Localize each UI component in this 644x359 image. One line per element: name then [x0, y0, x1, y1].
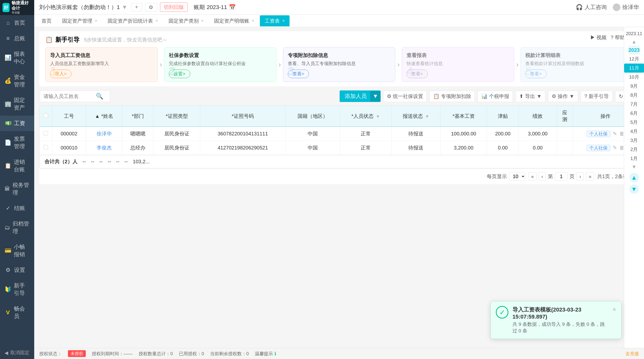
- tab-asset-category-close[interactable]: ×: [201, 19, 204, 23]
- add-employee-button[interactable]: 添加人员 ▼: [340, 90, 381, 102]
- row1-name[interactable]: 徐泽华: [86, 127, 122, 141]
- sidebar-item-ledger[interactable]: ≡ 总账: [0, 31, 34, 46]
- tab-fixed-assets[interactable]: 固定资产管理 ×: [57, 15, 102, 26]
- cal-month-3[interactable]: 3月: [624, 136, 644, 145]
- last-page-btn[interactable]: »: [586, 172, 594, 181]
- cal-month-5[interactable]: 5月: [624, 118, 644, 127]
- tab-depreciation-close[interactable]: ×: [155, 19, 158, 23]
- sidebar-item-invoice[interactable]: 📄 发票管理: [0, 131, 34, 154]
- user-profile[interactable]: 徐泽华: [613, 4, 639, 11]
- tab-home[interactable]: 首页: [37, 15, 56, 26]
- unfix-button[interactable]: ◀ 取消固定: [0, 346, 34, 359]
- sidebar-item-home[interactable]: ⌂ 首页: [0, 15, 34, 31]
- sidebar-item-vip[interactable]: V 畅会员: [0, 301, 34, 324]
- cal-down-btn[interactable]: ▼: [631, 163, 638, 171]
- tab-depreciation[interactable]: 固定资产折旧统计表 ×: [103, 15, 163, 26]
- operations-btn[interactable]: ⚙ 操作 ▼: [548, 91, 578, 102]
- cal-month-11[interactable]: 11月: [624, 64, 644, 73]
- cal-month-4[interactable]: 4月: [624, 127, 644, 136]
- row2-checkbox[interactable]: [39, 141, 52, 155]
- next-page-btn[interactable]: ›: [577, 172, 584, 181]
- cal-month-6[interactable]: 6月: [624, 109, 644, 118]
- col-base-salary: *基本工资: [440, 106, 487, 127]
- sidebar-item-fund[interactable]: 💰 资金管理: [0, 69, 34, 92]
- cal-down-year-btn[interactable]: ▼: [629, 184, 639, 194]
- tab-payroll-close[interactable]: ×: [282, 19, 285, 23]
- sidebar-item-assets[interactable]: 🏢 固定资产: [0, 92, 34, 116]
- sidebar-item-tax[interactable]: 🏛 税务管理: [0, 177, 34, 200]
- first-page-btn[interactable]: «: [528, 172, 537, 181]
- cal-month-12[interactable]: 12月: [624, 55, 644, 64]
- tab-asset-detail-close[interactable]: ×: [252, 19, 254, 23]
- per-page-select[interactable]: 10 20 50: [509, 172, 525, 181]
- cal-up-btn[interactable]: ▲: [631, 38, 638, 46]
- account-selector[interactable]: 刘小艳演示账套（勿删勿动！）1 ▼: [39, 4, 127, 11]
- row1-action-tag[interactable]: 个人社保: [587, 131, 610, 137]
- sidebar-item-expense[interactable]: 💳 小畅报销: [0, 239, 34, 262]
- cal-month-7[interactable]: 7月: [624, 100, 644, 109]
- deduction-btn[interactable]: 📋 专项附加扣除: [429, 91, 475, 102]
- cal-month-1[interactable]: 1月: [624, 154, 644, 163]
- search-input[interactable]: [44, 93, 94, 99]
- cal-month-2[interactable]: 2月: [624, 145, 644, 154]
- cal-month-10[interactable]: 10月: [624, 73, 644, 82]
- beginner-guide-btn[interactable]: ? 新手引导: [581, 91, 613, 102]
- export-icon: ⬆: [519, 93, 524, 99]
- sidebar-item-settings[interactable]: ⚙ 设置: [0, 262, 34, 278]
- tab-asset-detail-label: 固定资产明细账: [214, 18, 249, 24]
- sidebar-item-payroll[interactable]: 💵 工资: [0, 116, 34, 131]
- row2-edit-icon[interactable]: ✎: [613, 145, 617, 150]
- name-link-1[interactable]: 徐泽华: [97, 131, 112, 136]
- guide-video-area: ▶ 视频 ? 帮助: [590, 34, 625, 41]
- row2-report-status: 待报送: [391, 141, 440, 155]
- ai-consult-btn[interactable]: 🎧 人工咨询: [576, 4, 607, 11]
- row2-action-tag[interactable]: 个人社保: [587, 145, 610, 151]
- period-selector[interactable]: 账期 2023-11 📅: [194, 4, 236, 11]
- name-link-2[interactable]: 李俊杰: [97, 145, 112, 150]
- sidebar-item-guide[interactable]: 🔰 新手引导: [0, 278, 34, 301]
- sidebar-item-reports[interactable]: 📊 报表中心: [0, 46, 34, 69]
- checkbox-2[interactable]: [44, 145, 48, 149]
- step-5-num: 5: [525, 64, 532, 78]
- social-insurance-btn[interactable]: ⚙ 统一社保设置: [383, 91, 427, 102]
- add-account-button[interactable]: +: [131, 3, 142, 11]
- tab-asset-category[interactable]: 固定资产类别 ×: [164, 15, 208, 26]
- settings-button[interactable]: ⚙: [145, 3, 157, 12]
- export-label: 导出: [525, 93, 535, 100]
- version-switch-button[interactable]: 切到旧版: [160, 3, 188, 12]
- add-dropdown-icon[interactable]: ▼: [370, 91, 381, 101]
- cal-month-9[interactable]: 9月: [624, 82, 644, 91]
- expire-label: 授权到期时间：——: [92, 351, 133, 357]
- export-dropdown-icon: ▼: [537, 93, 542, 99]
- guide-arrow-4: ›: [514, 47, 520, 82]
- row2-name[interactable]: 李俊杰: [86, 141, 122, 155]
- tax-report-btn[interactable]: 📊 个税申报: [477, 91, 513, 102]
- status-filter-icon[interactable]: ▼: [376, 114, 380, 119]
- cal-year-header: 2023.11: [626, 30, 642, 38]
- search-box[interactable]: 🔍: [40, 90, 110, 102]
- sidebar: 好 畅捷通好会计 专业版 ⌂ 首页 ≡ 总账 📊 报表中心 💰 资金管理 🏢 固…: [0, 0, 34, 359]
- recharge-link[interactable]: 去充值: [625, 351, 639, 357]
- cal-month-8[interactable]: 8月: [624, 91, 644, 100]
- notif-title: 导入工资表模板(2023-03-23 15:07:59.897): [512, 306, 609, 320]
- table-footer: 合计共（2）人 -- -- -- -- -- -- 103,2...: [39, 155, 639, 168]
- cal-months: 2023 12月 11月 10月 9月 8月 7月 6月 5月 4月 3月 2月…: [624, 46, 644, 163]
- row1-edit-icon[interactable]: ✎: [613, 131, 617, 136]
- sidebar-item-archive[interactable]: 🗂 归档管理: [0, 216, 34, 239]
- cal-up-year-btn[interactable]: ▲: [629, 173, 639, 182]
- sidebar-item-purchase[interactable]: 📋 进销台账: [0, 154, 34, 177]
- tab-payroll[interactable]: 工资表 ×: [260, 15, 289, 26]
- video-link[interactable]: ▶ 视频: [590, 34, 607, 41]
- select-all-checkbox[interactable]: [44, 113, 48, 118]
- prev-page-btn[interactable]: ‹: [539, 172, 546, 181]
- sidebar-item-close[interactable]: ✓ 结账: [0, 200, 34, 216]
- tab-asset-detail[interactable]: 固定资产明细账 ×: [209, 15, 259, 26]
- export-btn[interactable]: ⬆ 导出 ▼: [515, 91, 545, 102]
- checkbox-1[interactable]: [44, 131, 48, 135]
- notif-close-btn[interactable]: ×: [613, 306, 616, 313]
- report-filter-icon[interactable]: ▼: [425, 114, 429, 119]
- tab-fixed-assets-close[interactable]: ×: [95, 19, 97, 23]
- row1-checkbox[interactable]: [39, 127, 52, 141]
- page-number-input[interactable]: [555, 172, 568, 181]
- help-link[interactable]: ? 帮助: [611, 34, 625, 41]
